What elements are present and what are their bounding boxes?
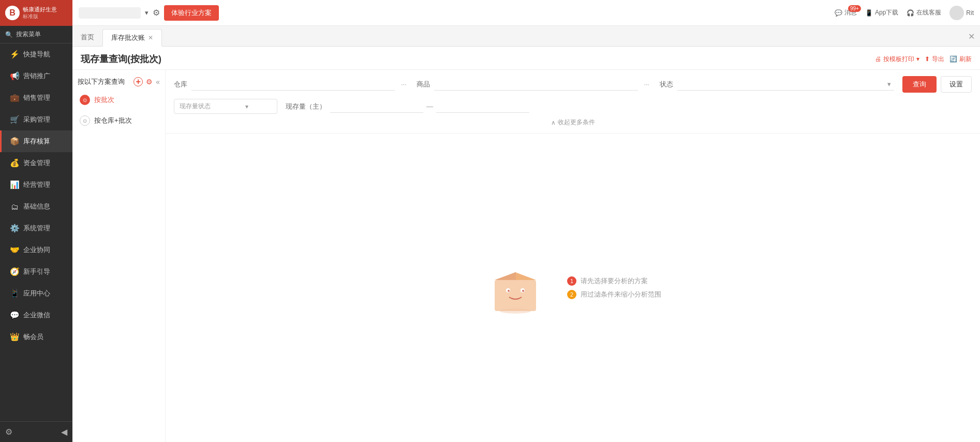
wechat-icon: 💬: [10, 311, 19, 320]
printer-icon: 🖨: [875, 55, 881, 63]
sidebar-item-label: 销售管理: [23, 93, 50, 102]
svg-marker-2: [515, 272, 536, 280]
left-panel: 按以下方案查询 + ⚙ « ⊙ 按批次 ⊙ 按仓库+批次: [72, 70, 166, 442]
scheme-collapse-icon[interactable]: «: [156, 78, 160, 86]
sidebar-item-wechat[interactable]: 💬 企业微信: [0, 304, 72, 326]
goods-more-icon[interactable]: ···: [642, 81, 651, 88]
message-item[interactable]: 💬 消息 99+: [835, 8, 857, 17]
left-panel-actions: + ⚙ «: [133, 77, 160, 86]
app-logo: B: [5, 6, 20, 20]
sidebar-item-label: 系统管理: [23, 224, 50, 233]
scheme-by-batch[interactable]: ⊙ 按批次: [72, 90, 165, 110]
left-panel-header: 按以下方案查询 + ⚙ «: [72, 74, 165, 90]
sidebar-item-finance[interactable]: 💰 资金管理: [0, 152, 72, 174]
range-dash: —: [426, 102, 433, 110]
sidebar-item-inventory[interactable]: 📦 库存核算: [0, 130, 72, 152]
online-service-label: 在线客服: [916, 8, 941, 17]
trial-button[interactable]: 体验行业方案: [164, 5, 219, 21]
warehouse-filter-group: 仓库 ···: [174, 78, 408, 91]
tab-home[interactable]: 首页: [72, 28, 102, 46]
collapse-label: 收起更多条件: [558, 118, 595, 127]
stock-status-select[interactable]: 现存量状态 ▾: [174, 99, 277, 114]
export-button[interactable]: ⬆ 导出: [925, 55, 944, 64]
main-qty-to[interactable]: [436, 100, 529, 113]
sidebar-item-marketing[interactable]: 📢 营销推广: [0, 65, 72, 87]
empty-tips: 1 请先选择要分析的方案 2 用过滤条件来缩小分析范围: [567, 276, 661, 299]
sidebar-item-appcenter[interactable]: 📱 应用中心: [0, 283, 72, 304]
guide-icon: 🧭: [10, 267, 19, 276]
company-sub: 标准版: [23, 13, 57, 20]
sidebar-item-label: 营销推广: [23, 71, 50, 81]
sidebar-item-label: 企业微信: [23, 311, 50, 320]
collapse-row[interactable]: ∧ 收起更多条件: [174, 114, 972, 127]
sidebar-item-operation[interactable]: 📊 经营管理: [0, 174, 72, 196]
topbar-dropdown-icon[interactable]: ▾: [145, 9, 149, 17]
scheme-settings-icon[interactable]: ⚙: [146, 78, 153, 86]
inventory-icon: 📦: [10, 137, 19, 146]
sidebar-footer: ⚙ ◀: [0, 421, 72, 442]
main-area: ▾ ⚙ 体验行业方案 💬 消息 99+ 📱 App下载 🎧 在线客服 Rit: [72, 0, 980, 442]
empty-state: 1 请先选择要分析的方案 2 用过滤条件来缩小分析范围: [166, 134, 980, 442]
sidebar-item-label: 新手引导: [23, 267, 50, 276]
appcenter-icon: 📱: [10, 289, 19, 298]
sidebar-item-label: 快捷导航: [23, 50, 50, 59]
scheme-by-warehouse-batch[interactable]: ⊙ 按仓库+批次: [72, 110, 165, 131]
sidebar-item-guide[interactable]: 🧭 新手引导: [0, 261, 72, 283]
user-item[interactable]: Rit: [949, 6, 974, 20]
svg-point-8: [500, 308, 531, 314]
sidebar-item-label: 基础信息: [23, 202, 50, 211]
shortcuts-icon: ⚡: [10, 50, 19, 59]
sidebar-collapse-icon[interactable]: ◀: [61, 427, 67, 437]
sidebar-search-label: 搜索菜单: [16, 30, 41, 39]
add-scheme-icon[interactable]: +: [133, 77, 143, 86]
tab-close-icon[interactable]: ✕: [148, 34, 153, 41]
status-dropdown[interactable]: ▾: [677, 78, 894, 91]
query-button[interactable]: 查询: [902, 76, 937, 93]
sidebar-item-purchase[interactable]: 🛒 采购管理: [0, 109, 72, 130]
print-button[interactable]: 🖨 按模板打印 ▾: [875, 55, 919, 64]
main-qty-label: 现存量（主）: [286, 102, 326, 111]
sidebar-item-sales[interactable]: 💼 销售管理: [0, 87, 72, 109]
empty-svg: [484, 257, 546, 319]
filter-settings-button[interactable]: 设置: [941, 76, 972, 93]
page-content: 现存量查询(按批次) 🖨 按模板打印 ▾ ⬆ 导出 🔄 刷新: [72, 47, 980, 442]
sidebar-item-enterprise[interactable]: 🤝 企业协同: [0, 239, 72, 261]
tab-batch-inventory[interactable]: 库存批次账 ✕: [102, 29, 162, 47]
tab-home-label: 首页: [81, 33, 94, 42]
sidebar-item-basic[interactable]: 🗂 基础信息: [0, 196, 72, 217]
topbar-right: 💬 消息 99+ 📱 App下载 🎧 在线客服 Rit: [835, 6, 974, 20]
stock-status-group: 现存量状态 ▾: [174, 99, 277, 114]
sidebar-item-system[interactable]: ⚙️ 系统管理: [0, 217, 72, 239]
scheme-label-wh-batch: 按仓库+批次: [94, 116, 132, 125]
sidebar-item-label: 采购管理: [23, 115, 50, 124]
online-service-item[interactable]: 🎧 在线客服: [907, 8, 941, 17]
topbar-gear-icon[interactable]: ⚙: [153, 8, 160, 18]
sidebar-item-label: 库存核算: [23, 137, 50, 146]
warehouse-more-icon[interactable]: ···: [399, 81, 408, 88]
body-split: 按以下方案查询 + ⚙ « ⊙ 按批次 ⊙ 按仓库+批次: [72, 70, 980, 442]
main-qty-from[interactable]: [330, 100, 423, 113]
sidebar-settings-icon[interactable]: ⚙: [5, 427, 12, 437]
sidebar-item-vip[interactable]: 👑 畅会员: [0, 326, 72, 348]
breadcrumb-input[interactable]: [79, 7, 141, 19]
main-close-icon[interactable]: ✕: [968, 31, 975, 41]
purchase-icon: 🛒: [10, 115, 19, 124]
sidebar-search-item[interactable]: 🔍 搜索菜单: [0, 26, 72, 43]
sidebar-item-shortcuts[interactable]: ⚡ 快捷导航: [0, 43, 72, 65]
stock-status-label: 现存量状态: [180, 102, 211, 111]
goods-input[interactable]: [434, 78, 637, 91]
user-name: Rit: [966, 9, 974, 17]
search-icon: 🔍: [5, 31, 13, 38]
refresh-button[interactable]: 🔄 刷新: [949, 55, 972, 64]
topbar: ▾ ⚙ 体验行业方案 💬 消息 99+ 📱 App下载 🎧 在线客服 Rit: [72, 0, 980, 26]
sidebar-item-label: 经营管理: [23, 180, 50, 189]
status-label: 状态: [660, 80, 673, 89]
warehouse-input[interactable]: [191, 78, 395, 91]
scheme-icon-wh-batch: ⊙: [80, 115, 90, 126]
svg-point-7: [522, 290, 524, 292]
filter-area: 仓库 ··· 商品 ··· 状态: [166, 70, 980, 134]
operation-icon: 📊: [10, 180, 19, 189]
sidebar-item-label: 畅会员: [23, 332, 43, 342]
print-dropdown-icon[interactable]: ▾: [916, 55, 919, 63]
app-download-item[interactable]: 📱 App下载: [865, 8, 898, 17]
